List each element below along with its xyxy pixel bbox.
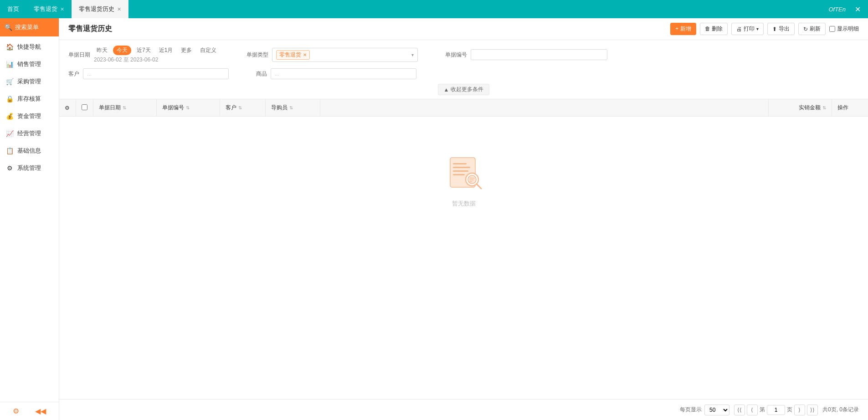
customer-select[interactable]: ... (83, 68, 229, 79)
add-button[interactable]: + 新增 (670, 23, 696, 35)
col-spacer (320, 99, 768, 117)
sidebar-search-box[interactable]: 🔍 搜索菜单 (0, 18, 59, 36)
col-amount-sort: ⇅ (822, 106, 826, 110)
svg-rect-1 (453, 163, 467, 164)
col-action: 操作 (832, 99, 868, 117)
audio-icon[interactable]: ◀◀ (35, 407, 46, 415)
date-custom[interactable]: 自定义 (197, 46, 219, 55)
date-options-col: 昨天 今天 近7天 近1月 更多 自定义 2023-06-02 至 2023-0… (94, 46, 219, 64)
tab-home[interactable]: 首页 (0, 0, 26, 18)
purchase-icon: 🛒 (5, 77, 14, 86)
doc-type-select[interactable]: 零售退货 ✕ ▾ (272, 48, 418, 62)
customer-filter: 客户 ... (68, 68, 229, 79)
close-window-btn[interactable]: ✕ (855, 5, 861, 14)
table-area: ⚙ 单据日期 ⇅ 单据编号 (59, 99, 868, 399)
per-page-label: 每页显示 (680, 406, 702, 414)
page-label: 第 (760, 406, 765, 414)
col-guide[interactable]: 导购员 ⇅ (266, 99, 320, 117)
date-last7[interactable]: 近7天 (134, 46, 154, 55)
table-header-row: ⚙ 单据日期 ⇅ 单据编号 (59, 99, 868, 117)
last-page-btn[interactable]: ⟩⟩ (807, 405, 818, 415)
col-doc-no[interactable]: 单据编号 ⇅ (156, 99, 220, 117)
svg-rect-4 (453, 174, 465, 175)
col-checkbox[interactable] (76, 99, 93, 117)
display-detail-checkbox[interactable] (829, 26, 835, 32)
tab-retail-return[interactable]: 零售退货 ✕ (26, 0, 72, 18)
total-info: 共0页, 0条记录 (822, 406, 859, 414)
tab-list: 首页 零售退货 ✕ 零售退货历史 ✕ (0, 0, 828, 18)
col-customer[interactable]: 客户 ⇅ (220, 99, 266, 117)
empty-text: 暂无数据 (452, 200, 476, 208)
sidebar-item-quick-nav[interactable]: 🏠 快捷导航 (0, 38, 59, 56)
svg-point-6 (468, 175, 476, 184)
date-more[interactable]: 更多 (178, 46, 195, 55)
date-yesterday[interactable]: 昨天 (94, 46, 110, 55)
export-icon: ⬆ (772, 26, 777, 32)
sidebar-item-sales-mgmt[interactable]: 📊 销售管理 (0, 56, 59, 73)
display-detail-toggle[interactable]: 显示明细 (829, 25, 859, 33)
svg-rect-3 (453, 170, 468, 172)
sidebar-search-label: 搜索菜单 (15, 23, 39, 31)
svg-line-7 (477, 184, 481, 189)
doc-no-input[interactable] (471, 49, 607, 60)
sales-label: 销售管理 (17, 60, 41, 68)
operations-icon: 📈 (5, 129, 14, 138)
per-page-select[interactable]: 50 100 200 (704, 405, 729, 415)
doc-type-tag-remove[interactable]: ✕ (303, 52, 307, 57)
filter-area: 单据日期 昨天 今天 近7天 近1月 更多 自定义 2023-06-02 至 2… (59, 40, 868, 99)
export-button[interactable]: ⬆ 导出 (767, 23, 795, 35)
next-page-btn[interactable]: ⟩ (794, 405, 805, 415)
svg-rect-2 (453, 167, 470, 168)
col-amount-label: 实销金额 (799, 104, 821, 112)
print-label: 打印 (744, 25, 755, 33)
sidebar-item-purchase-mgmt[interactable]: 🛒 采购管理 (0, 73, 59, 90)
empty-icon (441, 153, 487, 194)
sidebar-item-inventory[interactable]: 🔒 库存核算 (0, 90, 59, 108)
basic-info-label: 基础信息 (17, 147, 41, 155)
delete-button[interactable]: 🗑 删除 (700, 23, 728, 35)
first-page-btn[interactable]: ⟨⟨ (734, 405, 745, 415)
quick-nav-label: 快捷导航 (17, 43, 41, 51)
sidebar-item-system-mgmt[interactable]: ⚙ 系统管理 (0, 159, 59, 177)
goods-filter: 商品 ... (256, 68, 416, 79)
page-unit: 页 (787, 406, 792, 414)
sidebar-item-finance[interactable]: 💰 资金管理 (0, 108, 59, 125)
date-range: 2023-06-02 至 2023-06-02 (94, 56, 219, 64)
finance-label: 资金管理 (17, 112, 41, 120)
sidebar-item-operations[interactable]: 📈 经营管理 (0, 125, 59, 142)
tab-retail-return-history-close[interactable]: ✕ (117, 6, 121, 12)
content-area: 零售退货历史 + 新增 🗑 删除 🖨 打印 ▾ ⬆ 导出 ↻ 刷新 (59, 18, 868, 420)
sidebar-item-basic-info[interactable]: 📋 基础信息 (0, 142, 59, 159)
pagination-bar: 每页显示 50 100 200 ⟨⟨ ⟨ 第 页 ⟩ ⟩⟩ 共0页, 0条记录 (59, 399, 868, 420)
doc-type-filter: 单据类型 零售退货 ✕ ▾ (247, 48, 418, 62)
goods-select[interactable]: ... (271, 68, 416, 79)
collapse-btn[interactable]: ▲ 收起更多条件 (438, 84, 490, 95)
customer-placeholder: ... (87, 71, 92, 77)
date-last1month[interactable]: 近1月 (156, 46, 176, 55)
tab-retail-return-history[interactable]: 零售退货历史 ✕ (72, 0, 128, 18)
date-today[interactable]: 今天 (113, 46, 131, 55)
col-guide-sort: ⇅ (289, 106, 293, 110)
export-label: 导出 (779, 25, 790, 33)
refresh-button[interactable]: ↻ 刷新 (798, 23, 826, 35)
collapse-area: ▲ 收起更多条件 (68, 84, 859, 95)
col-settings[interactable]: ⚙ (59, 99, 76, 117)
select-all-checkbox[interactable] (82, 104, 87, 110)
print-arrow: ▾ (756, 26, 759, 31)
col-doc-date[interactable]: 单据日期 ⇅ (93, 99, 156, 117)
collapse-icon: ▲ (444, 87, 449, 93)
tab-retail-return-close[interactable]: ✕ (60, 6, 64, 12)
page-header: 零售退货历史 + 新增 🗑 删除 🖨 打印 ▾ ⬆ 导出 ↻ 刷新 (59, 18, 868, 40)
per-page-section: 每页显示 50 100 200 (680, 405, 729, 415)
doc-type-tag: 零售退货 ✕ (276, 50, 310, 60)
search-icon: 🔍 (5, 24, 12, 31)
prev-page-btn[interactable]: ⟨ (747, 405, 758, 415)
main-layout: 🔍 搜索菜单 🏠 快捷导航 📊 销售管理 🛒 采购管理 🔒 库存核算 💰 (0, 18, 868, 420)
settings-icon[interactable]: ⚙ (13, 407, 19, 415)
print-button[interactable]: 🖨 打印 ▾ (731, 23, 764, 35)
col-amount[interactable]: 实销金额 ⇅ (768, 99, 832, 117)
basic-info-icon: 📋 (5, 147, 14, 155)
page-input[interactable] (767, 405, 785, 415)
col-customer-label: 客户 (226, 104, 236, 112)
filter-row-2: 客户 ... 商品 ... (68, 68, 859, 79)
